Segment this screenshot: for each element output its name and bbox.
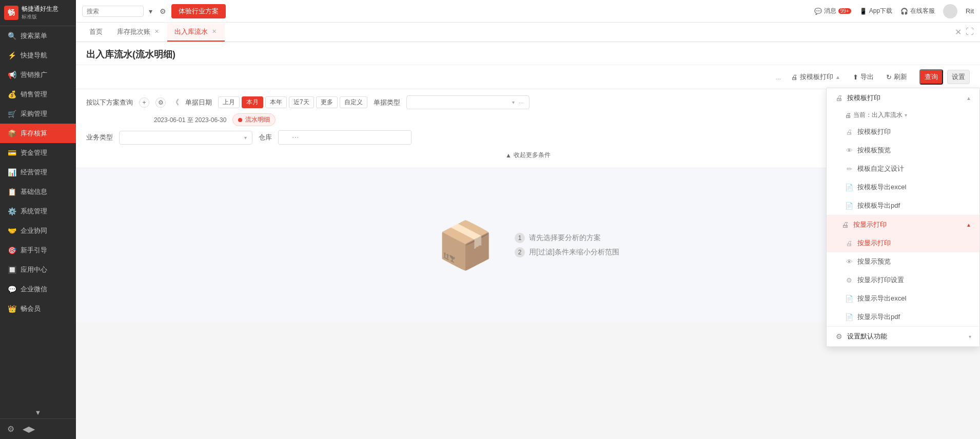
tab-home[interactable]: 首页 bbox=[82, 23, 110, 42]
app-title: 畅捷通好生意 bbox=[22, 5, 58, 13]
page-content: 出入库流水(流水明细) ... 🖨 按模板打印 ▲ ⬆ 导出 ↻ 刷新 bbox=[76, 42, 980, 439]
sidebar-item-operation[interactable]: 📊 经营管理 bbox=[0, 163, 76, 182]
message-label: 消息 bbox=[824, 7, 836, 15]
filter-settings-button[interactable]: ⚙ bbox=[155, 97, 166, 108]
template-print-header-label: 按模板打印 bbox=[847, 93, 880, 103]
settings-icon[interactable]: ⚙ bbox=[158, 6, 168, 16]
template-design-item[interactable]: ✏ 模板自定义设计 bbox=[827, 159, 979, 178]
message-button[interactable]: 💬 消息 99+ bbox=[814, 7, 851, 15]
sidebar-item-apps[interactable]: 🔲 应用中心 bbox=[0, 260, 76, 280]
tabs-bar: 首页 库存批次账 ✕ 出入库流水 ✕ ✕ ⛶ bbox=[76, 23, 980, 42]
tab-batch-label: 库存批次账 bbox=[117, 27, 150, 36]
print-template-button[interactable]: 🖨 按模板打印 ▲ bbox=[787, 70, 845, 84]
tab-flow-close-icon[interactable]: ✕ bbox=[211, 28, 218, 35]
display-pdf-item[interactable]: 📄 按显示导出pdf bbox=[827, 308, 979, 326]
empty-step-2-label: 用[过滤]条件来缩小分析范围 bbox=[529, 248, 619, 257]
sidebar-item-label: 应用中心 bbox=[21, 265, 47, 274]
topbar-left: ▾ ⚙ 体验行业方案 bbox=[82, 4, 810, 18]
date-btn-last-month[interactable]: 上月 bbox=[218, 96, 240, 108]
user-avatar[interactable] bbox=[943, 4, 957, 18]
sidebar-item-member[interactable]: 👑 畅会员 bbox=[0, 299, 76, 318]
sidebar-item-search[interactable]: 🔍 搜索菜单 bbox=[0, 26, 76, 46]
search-input[interactable] bbox=[82, 6, 144, 17]
tab-batch[interactable]: 库存批次账 ✕ bbox=[110, 23, 167, 42]
chevron-up-icon: ▲ bbox=[966, 95, 971, 101]
empty-state: 1 请先选择要分析的方案 2 用[过滤]条件来缩小分析范围 bbox=[515, 233, 619, 257]
sidebar-item-guide[interactable]: 🎯 新手引导 bbox=[0, 241, 76, 260]
template-pdf-item[interactable]: 📄 按模板导出pdf bbox=[827, 196, 979, 215]
date-btn-this-month[interactable]: 本月 bbox=[242, 96, 263, 108]
tab-flow[interactable]: 出入库流水 ✕ bbox=[167, 23, 225, 42]
dropdown-chevron-icon[interactable]: ▾ bbox=[147, 6, 154, 16]
inventory-icon: 📦 bbox=[7, 129, 16, 138]
tab-batch-close-icon[interactable]: ✕ bbox=[153, 28, 160, 35]
sidebar-item-basic[interactable]: 📋 基础信息 bbox=[0, 182, 76, 202]
export-button[interactable]: ⬆ 导出 bbox=[849, 70, 878, 84]
display-print-item[interactable]: 🖨 按显示打印 bbox=[827, 234, 979, 252]
date-label: 单据日期 bbox=[185, 98, 212, 107]
date-btn-custom[interactable]: 自定义 bbox=[340, 96, 367, 108]
sidebar-item-sales[interactable]: 💰 销售管理 bbox=[0, 85, 76, 104]
display-print-settings-item[interactable]: ⚙ 按显示打印设置 bbox=[827, 271, 979, 289]
display-preview-item[interactable]: 👁 按显示预览 bbox=[827, 252, 979, 271]
app-logo: 畅 bbox=[4, 6, 18, 20]
sidebar-scroll: 🔍 搜索菜单 ⚡ 快捷导航 📢 营销推广 💰 销售管理 🛒 采购管理 📦 bbox=[0, 26, 76, 407]
doc-type-select[interactable]: ▾ ··· bbox=[406, 95, 530, 109]
sidebar-item-shortcut[interactable]: ⚡ 快捷导航 bbox=[0, 46, 76, 65]
filter-tag-item[interactable]: 流水明细 bbox=[232, 113, 276, 126]
display-excel-label: 按显示导出excel bbox=[857, 294, 906, 303]
sidebar-item-purchase[interactable]: 🛒 采购管理 bbox=[0, 104, 76, 124]
sidebar-item-inventory[interactable]: 📦 库存核算 bbox=[0, 124, 76, 143]
settings-button[interactable]: 设置 bbox=[947, 70, 970, 84]
template-print-header[interactable]: 🖨 按模板打印 ▲ bbox=[827, 88, 979, 108]
toolbar-more[interactable]: ... bbox=[775, 73, 781, 81]
date-btn-this-year[interactable]: 本年 bbox=[265, 96, 287, 108]
design-icon: ✏ bbox=[845, 165, 853, 173]
template-print-item[interactable]: 🖨 按模板打印 bbox=[827, 123, 979, 141]
date-range-display: 2023-06-01 至 2023-06-30 bbox=[154, 116, 226, 125]
settings-label: 设置 bbox=[952, 72, 965, 82]
warehouse-label: 仓库 bbox=[259, 133, 272, 142]
display-excel-item[interactable]: 📄 按显示导出excel bbox=[827, 289, 979, 308]
chevron-up-icon: ▲ bbox=[505, 152, 512, 159]
tab-flow-label: 出入库流水 bbox=[174, 27, 208, 36]
date-btn-7days[interactable]: 近7天 bbox=[289, 96, 314, 108]
filter-tag-dot bbox=[238, 118, 242, 122]
printer-icon: 🖨 bbox=[791, 73, 798, 81]
sidebar-item-finance[interactable]: 💳 资金管理 bbox=[0, 143, 76, 163]
template-excel-item[interactable]: 📄 按模板导出excel bbox=[827, 178, 979, 196]
settings-icon[interactable]: ⚙ bbox=[7, 424, 14, 434]
empty-illustration: 📦 bbox=[437, 218, 494, 272]
filter-collapse-button[interactable]: 《 bbox=[172, 98, 179, 107]
printer-icon: 🖨 bbox=[835, 94, 843, 102]
excel-icon: 📄 bbox=[845, 294, 853, 303]
sidebar-scroll-down[interactable]: ▼ bbox=[0, 407, 76, 418]
more-icon: ··· bbox=[519, 99, 524, 106]
filter-add-button[interactable]: + bbox=[139, 97, 149, 108]
headset-icon: 🎧 bbox=[900, 8, 908, 15]
collapse-label: 收起更多条件 bbox=[514, 151, 551, 159]
close-all-icon[interactable]: ✕ bbox=[955, 27, 962, 37]
sidebar-item-label: 经营管理 bbox=[21, 168, 47, 177]
query-button[interactable]: 查询 bbox=[919, 69, 943, 85]
maximize-icon[interactable]: ⛶ bbox=[966, 27, 974, 37]
sidebar-item-system[interactable]: ⚙️ 系统管理 bbox=[0, 202, 76, 221]
app-download-button[interactable]: 📱 App下载 bbox=[859, 7, 892, 15]
warehouse-more-icon[interactable]: ··· bbox=[292, 133, 299, 142]
collapse-icon[interactable]: ◀▶ bbox=[23, 424, 35, 434]
main-area: ▾ ⚙ 体验行业方案 💬 消息 99+ 📱 App下载 🎧 在线客服 bbox=[76, 0, 980, 439]
template-preview-item[interactable]: 👁 按模板预览 bbox=[827, 141, 979, 159]
display-print-header[interactable]: 🖨 按显示打印 ▲ bbox=[827, 215, 979, 234]
refresh-button[interactable]: ↻ 刷新 bbox=[882, 70, 911, 84]
sidebar-item-label: 营销推广 bbox=[21, 70, 47, 79]
trial-button[interactable]: 体验行业方案 bbox=[171, 4, 226, 18]
sidebar-item-wechat[interactable]: 💬 企业微信 bbox=[0, 280, 76, 299]
warehouse-select[interactable]: ··· bbox=[278, 130, 411, 145]
sidebar-item-coop[interactable]: 🤝 企业协同 bbox=[0, 221, 76, 241]
default-setting-header[interactable]: ⚙ 设置默认功能 ▾ bbox=[827, 327, 979, 346]
online-service-button[interactable]: 🎧 在线客服 bbox=[900, 7, 935, 15]
date-btn-more[interactable]: 更多 bbox=[316, 96, 338, 108]
tab-home-label: 首页 bbox=[89, 27, 103, 36]
biz-type-select[interactable]: ▾ bbox=[119, 131, 252, 145]
sidebar-item-marketing[interactable]: 📢 营销推广 bbox=[0, 65, 76, 85]
